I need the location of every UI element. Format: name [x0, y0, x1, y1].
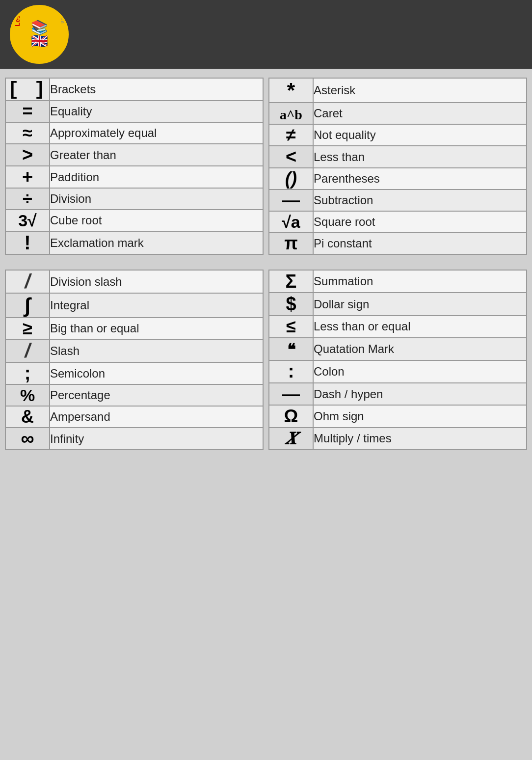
logo-text-right: .com	[60, 12, 66, 24]
table-row: —Subtraction	[269, 190, 527, 211]
symbol-glyph: ≠	[286, 125, 296, 145]
symbol-cell: +	[5, 166, 50, 188]
table-row: >Greater than	[5, 144, 263, 166]
symbol-cell: $	[269, 293, 313, 315]
symbol-glyph: :	[288, 361, 294, 381]
symbol-cell: ≥	[5, 318, 50, 339]
symbol-name: Dollar sign	[313, 293, 527, 315]
symbol-name: Approximately equal	[50, 122, 263, 144]
symbol-glyph: ∞	[21, 428, 34, 449]
symbol-glyph: —	[282, 190, 300, 210]
table-row: /Division slash	[5, 270, 263, 293]
symbol-glyph: —	[282, 384, 300, 404]
symbol-glyph: ≈	[23, 123, 32, 143]
symbol-cell: —	[269, 190, 313, 211]
table-row: ≤Less than or equal	[269, 316, 527, 338]
symbol-cell: √a	[269, 211, 313, 233]
section-divider	[5, 263, 527, 270]
section1-tables: [ ]Brackets=Equality≈Approximately equal…	[5, 78, 527, 255]
symbol-cell: =	[5, 101, 50, 122]
symbol-cell: /	[5, 339, 50, 362]
symbol-name: Slash	[50, 339, 263, 362]
symbol-glyph: <	[286, 146, 296, 167]
symbol-cell: &	[5, 406, 50, 428]
symbol-name: Infinity	[50, 428, 263, 450]
table-row: 𝑿Multiply / times	[269, 428, 527, 450]
symbol-cell: ()	[269, 168, 313, 190]
symbol-glyph: √a	[282, 213, 300, 231]
table-row: $Dollar sign	[269, 293, 527, 315]
logo-text-left: Less	[14, 12, 21, 27]
table-row: πPi constant	[269, 233, 527, 254]
table-row: <Less than	[269, 146, 527, 168]
logo: 📚 🇬🇧 Less .com	[10, 5, 69, 64]
symbol-name: Equality	[50, 101, 263, 122]
main-content: [ ]Brackets=Equality≈Approximately equal…	[0, 69, 532, 467]
symbol-name: Less than	[313, 146, 527, 168]
symbol-cell: —	[269, 383, 313, 405]
table-row: ()Parentheses	[269, 168, 527, 190]
symbol-cell: !	[5, 231, 50, 254]
symbol-glyph: a^b	[280, 107, 302, 122]
symbol-glyph: !	[24, 232, 30, 253]
table-row: &Ampersand	[5, 406, 263, 428]
table-row: ❝Quatation Mark	[269, 338, 527, 360]
symbol-cell: %	[5, 384, 50, 406]
table-row: —Dash / hypen	[269, 383, 527, 405]
symbol-name: Quatation Mark	[313, 338, 527, 360]
symbol-cell: <	[269, 146, 313, 168]
table-row: ;Semicolon	[5, 362, 263, 384]
symbol-name: Semicolon	[50, 362, 263, 384]
symbol-glyph: 3√	[18, 211, 37, 230]
symbol-glyph: =	[22, 101, 32, 121]
header: 📚 🇬🇧 Less .com	[0, 0, 532, 69]
table-row: ≥Big than or equal	[5, 318, 263, 339]
symbol-glyph: /	[25, 340, 30, 361]
symbol-glyph: ∫	[25, 294, 30, 317]
table-row: /Slash	[5, 339, 263, 362]
table-row: !Exclamation mark	[5, 231, 263, 254]
symbol-glyph: 𝑿	[285, 428, 297, 448]
table-row: :Colon	[269, 360, 527, 383]
symbol-name: Subtraction	[313, 190, 527, 211]
symbol-name: Division slash	[50, 270, 263, 293]
symbol-cell: ;	[5, 362, 50, 384]
symbol-name: Colon	[313, 360, 527, 383]
symbol-glyph: ≤	[286, 316, 296, 336]
symbol-name: Exclamation mark	[50, 231, 263, 254]
symbol-glyph: ≥	[23, 318, 32, 338]
symbol-glyph: ()	[285, 168, 297, 189]
table-row: ∞Infinity	[5, 428, 263, 450]
table-row: *Asterisk	[269, 78, 527, 103]
section2-left-table: /Division slash∫Integral≥Big than or equ…	[5, 270, 264, 450]
table-row: ≈Approximately equal	[5, 122, 263, 144]
table-row: ΩOhm sign	[269, 405, 527, 427]
symbol-name: Ampersand	[50, 406, 263, 428]
symbol-glyph: %	[20, 386, 35, 405]
symbol-name: Pi constant	[313, 233, 527, 254]
symbol-glyph: ;	[25, 363, 31, 383]
table-row: =Equality	[5, 101, 263, 122]
symbol-name: Integral	[50, 293, 263, 318]
symbol-glyph: ❝	[287, 341, 295, 358]
symbol-name: Percentage	[50, 384, 263, 406]
symbol-cell: π	[269, 233, 313, 254]
symbol-name: Parentheses	[313, 168, 527, 190]
symbol-cell: a^b	[269, 103, 313, 124]
symbol-glyph: *	[287, 79, 295, 102]
table-row: √aSquare root	[269, 211, 527, 233]
symbol-cell: ÷	[5, 188, 50, 210]
symbol-name: Multiply / times	[313, 428, 527, 450]
table-row: 3√Cube root	[5, 210, 263, 231]
symbol-cell: ≠	[269, 124, 313, 146]
symbol-glyph: /	[25, 271, 30, 292]
table-row: a^bCaret	[269, 103, 527, 124]
symbol-cell: ❝	[269, 338, 313, 360]
symbol-name: Cube root	[50, 210, 263, 231]
symbol-cell: Σ	[269, 270, 313, 293]
symbol-glyph: ÷	[23, 189, 32, 209]
symbol-name: Greater than	[50, 144, 263, 166]
logo-books-icon: 📚	[31, 21, 48, 34]
symbol-name: Brackets	[50, 78, 263, 101]
section2-tables: /Division slash∫Integral≥Big than or equ…	[5, 270, 527, 450]
